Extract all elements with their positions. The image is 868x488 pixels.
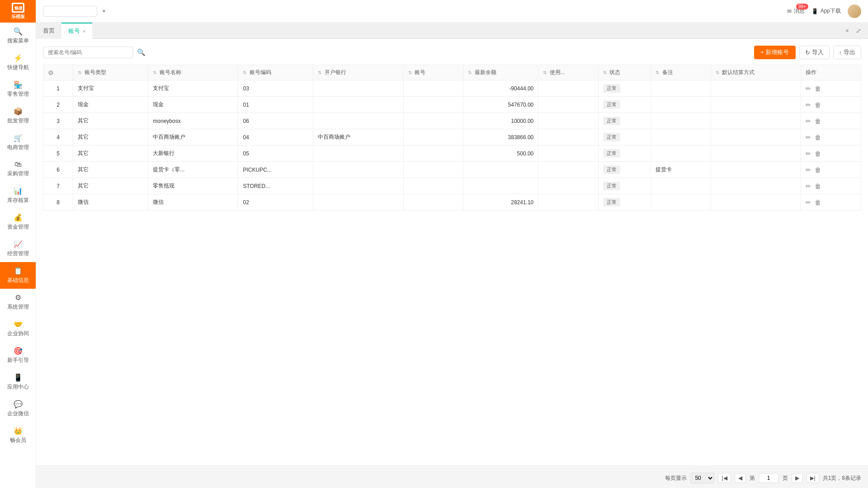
cell-bank <box>313 80 403 97</box>
messages-button[interactable]: ✉ 消息 99+ <box>787 7 805 15</box>
th-name[interactable]: ⇅ 账号名称 <box>148 65 238 80</box>
delete-icon[interactable]: 🗑 <box>815 101 821 108</box>
sidebar-item-label: 库存核算 <box>7 197 29 204</box>
tab-close-all-icon[interactable]: × <box>843 26 851 35</box>
cell-type: 其它 <box>73 145 148 162</box>
sidebar-item-basic-info[interactable]: 📋 基础信息 <box>0 262 36 289</box>
cell-usage <box>538 145 599 162</box>
finance-icon: 💰 <box>14 213 23 222</box>
th-type[interactable]: ⇅ 账号类型 <box>73 65 148 80</box>
cell-bank <box>313 113 403 129</box>
user-avatar[interactable] <box>848 5 861 18</box>
delete-icon[interactable]: 🗑 <box>815 134 821 141</box>
export-button[interactable]: ↑ 导出 <box>833 46 862 59</box>
table-settings-icon[interactable]: ⚙ <box>48 69 54 76</box>
add-account-button[interactable]: + 新增账号 <box>754 46 795 59</box>
cell-default <box>711 194 801 211</box>
sidebar-item-guide[interactable]: 🎯 新手引导 <box>0 342 36 369</box>
cell-account <box>403 113 463 129</box>
cell-type: 其它 <box>73 129 148 145</box>
first-page-button[interactable]: |◀ <box>718 473 731 483</box>
delete-icon[interactable]: 🗑 <box>815 150 821 157</box>
edit-icon[interactable]: ✏ <box>806 166 811 174</box>
table-row: 3 其它 moneybosx 06 10000.00 正常 ✏ 🗑 <box>43 113 861 129</box>
table-row: 4 其它 中百商场账户 04 中百商场账户 383866.00 正常 ✏ 🗑 <box>43 129 861 145</box>
cell-balance <box>463 178 538 194</box>
sidebar-item-retail[interactable]: 🏪 零售管理 <box>0 76 36 103</box>
cell-status: 正常 <box>599 162 651 178</box>
sidebar-item-quick-nav[interactable]: ⚡ 快捷导航 <box>0 49 36 76</box>
edit-icon[interactable]: ✏ <box>806 150 811 157</box>
table-body: 1 支付宝 支付宝 03 -90444.00 正常 ✏ 🗑 2 现金 现金 01 <box>43 80 861 211</box>
sidebar-item-label: 采购管理 <box>7 170 29 178</box>
th-settings[interactable]: ⚙ <box>43 65 73 80</box>
status-badge: 正常 <box>603 100 620 109</box>
sidebar-item-ecommerce[interactable]: 🛒 电商管理 <box>0 129 36 156</box>
edit-icon[interactable]: ✏ <box>806 117 811 125</box>
sidebar-item-finance[interactable]: 💰 资金管理 <box>0 209 36 235</box>
tab-expand-icon[interactable]: ⤢ <box>854 26 863 35</box>
cell-code: STORED... <box>238 178 313 194</box>
page-label: 第 <box>750 474 755 482</box>
cell-default <box>711 113 801 129</box>
edit-icon[interactable]: ✏ <box>806 199 811 206</box>
tab-account[interactable]: 账号 × <box>61 23 92 39</box>
sidebar-item-label: 应用中心 <box>7 383 29 391</box>
status-badge: 正常 <box>603 133 620 141</box>
edit-icon[interactable]: ✏ <box>806 101 811 108</box>
last-page-button[interactable]: ▶| <box>807 473 819 483</box>
page-number-input[interactable] <box>759 473 779 483</box>
sidebar-item-inventory[interactable]: 📊 库存核算 <box>0 182 36 209</box>
main-area: ▼ ✉ 消息 99+ 📱 App下载 首页 账号 × × ⤢ <box>36 0 868 488</box>
sidebar-item-system[interactable]: ⚙ 系统管理 <box>0 289 36 315</box>
sidebar-item-search[interactable]: 🔍 搜索菜单 <box>0 23 36 49</box>
table-header-row: ⚙ ⇅ 账号类型 ⇅ 账号名称 ⇅ 账号编码 ⇅ <box>43 65 861 80</box>
cell-bank <box>313 194 403 211</box>
th-account[interactable]: ⇅ 账号 <box>403 65 463 80</box>
th-usage[interactable]: ⇅ 使用... <box>538 65 599 80</box>
edit-icon[interactable]: ✏ <box>806 183 811 190</box>
cell-type: 其它 <box>73 113 148 129</box>
search-button[interactable]: 🔍 <box>137 48 146 56</box>
delete-icon[interactable]: 🗑 <box>815 166 821 174</box>
th-bank[interactable]: ⇅ 开户银行 <box>313 65 403 80</box>
cell-balance: 10000.00 <box>463 113 538 129</box>
page-size-select[interactable]: 50 20 100 <box>690 473 714 483</box>
sidebar-item-agreement[interactable]: 🤝 企业协同 <box>0 315 36 342</box>
tab-close-icon[interactable]: × <box>83 28 85 34</box>
top-search-input[interactable] <box>43 6 97 17</box>
import-button[interactable]: ↻ 导入 <box>799 46 830 59</box>
delete-icon[interactable]: 🗑 <box>815 85 821 92</box>
prev-page-button[interactable]: ◀ <box>735 473 746 483</box>
sidebar-item-operations[interactable]: 📈 经营管理 <box>0 235 36 262</box>
th-balance[interactable]: ⇅ 最新余额 <box>463 65 538 80</box>
th-code[interactable]: ⇅ 账号编码 <box>238 65 313 80</box>
delete-icon[interactable]: 🗑 <box>815 117 821 125</box>
next-page-button[interactable]: ▶ <box>792 473 803 483</box>
cell-name: 中百商场账户 <box>148 129 238 145</box>
sidebar-item-purchase[interactable]: 🛍 采购管理 <box>0 156 36 182</box>
search-input[interactable] <box>43 47 133 58</box>
th-status[interactable]: ⇅ 状态 <box>599 65 651 80</box>
th-default[interactable]: ⇅ 默认结算方式 <box>711 65 801 80</box>
sidebar-item-app-center[interactable]: 📱 应用中心 <box>0 369 36 395</box>
app-download-label: App下载 <box>821 7 841 15</box>
cell-default <box>711 129 801 145</box>
sidebar-item-wholesale[interactable]: 📦 批发管理 <box>0 103 36 129</box>
app-download-button[interactable]: 📱 App下载 <box>811 7 841 15</box>
sidebar-item-label: 电商管理 <box>7 144 29 151</box>
cell-note <box>651 97 711 113</box>
cell-code: 04 <box>238 129 313 145</box>
sidebar-item-enterprise-wechat[interactable]: 💬 企业微信 <box>0 395 36 422</box>
delete-icon[interactable]: 🗑 <box>815 183 821 190</box>
th-note[interactable]: ⇅ 备注 <box>651 65 711 80</box>
cell-usage <box>538 113 599 129</box>
status-badge: 正常 <box>603 117 620 125</box>
edit-icon[interactable]: ✏ <box>806 85 811 92</box>
tab-home[interactable]: 首页 <box>36 23 61 39</box>
edit-icon[interactable]: ✏ <box>806 134 811 141</box>
sidebar-item-member[interactable]: 👑 畅会员 <box>0 422 36 449</box>
sidebar-item-label: 搜索菜单 <box>7 37 29 45</box>
delete-icon[interactable]: 🗑 <box>815 199 821 206</box>
top-bar-right: ✉ 消息 99+ 📱 App下载 <box>787 5 861 18</box>
